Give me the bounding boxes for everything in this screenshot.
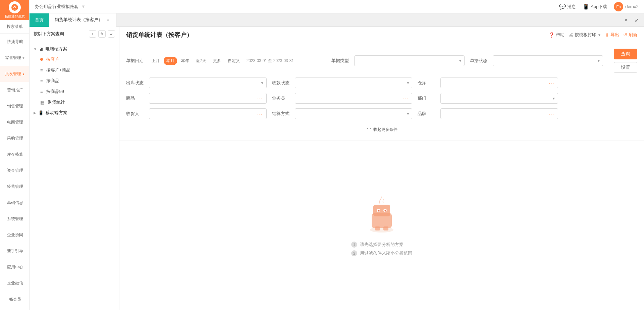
date-filter-label: 单据日期 bbox=[126, 58, 146, 64]
receiver-input[interactable]: ··· bbox=[149, 108, 267, 119]
scheme-tree: ▼ 🖥 电脑端方案 按客户 ≡ 按客户+商品 bbox=[30, 41, 119, 120]
sidebar-item-retail[interactable]: 零售管理 ▼ bbox=[0, 50, 30, 66]
scheme-add-button[interactable]: + bbox=[89, 30, 96, 38]
scheme-edit-button[interactable]: ✎ bbox=[98, 30, 106, 38]
mobile-icon: 📱 bbox=[38, 110, 44, 115]
tree-item-by-customer-label: 按客户 bbox=[46, 56, 59, 62]
sidebar-item-basic[interactable]: 基础信息 bbox=[0, 195, 30, 211]
tab-close-button[interactable]: × bbox=[105, 17, 111, 22]
avatar: Ea bbox=[614, 2, 623, 11]
sidebar-item-enterprise[interactable]: 企业协同 bbox=[0, 227, 30, 243]
svg-rect-9 bbox=[383, 226, 388, 230]
query-button[interactable]: 查询 bbox=[614, 49, 637, 59]
svg-point-0 bbox=[11, 4, 18, 11]
brand-filter: 品牌 ··· bbox=[418, 108, 558, 119]
enterprise-label: 企业协同 bbox=[7, 232, 23, 238]
inventory-label: 库存核算 bbox=[7, 152, 23, 157]
product-input[interactable]: ··· bbox=[149, 93, 267, 104]
settlement-select-wrapper: ▼ bbox=[295, 108, 413, 119]
tree-item-by-customer[interactable]: 按客户 bbox=[30, 54, 119, 65]
tree-group-desktop-label: 电脑端方案 bbox=[45, 46, 67, 52]
payment-status-select-wrapper: ▼ bbox=[295, 78, 413, 88]
top-header: 办公用品行业模拟账套 ▼ 💬 消息 📱 App下载 Ea demo2 bbox=[30, 0, 644, 13]
warehouse-input[interactable]: ··· bbox=[440, 78, 558, 88]
product99-icon: ≡ bbox=[40, 89, 43, 94]
tab-restore-button[interactable]: ⤢ bbox=[632, 15, 641, 25]
settlement-select[interactable] bbox=[295, 108, 413, 119]
empty-tip-2-text: 用过滤条件来缩小分析范围 bbox=[360, 250, 412, 256]
tree-item-by-product[interactable]: ≡ 按商品 bbox=[30, 75, 119, 86]
page-title: 销货单统计表（按客户） bbox=[126, 31, 193, 39]
search-menu[interactable]: 搜索菜单 bbox=[0, 20, 30, 34]
app-name: 畅捷通好生意 bbox=[5, 14, 25, 19]
settings-button[interactable]: 设置 bbox=[614, 62, 637, 73]
department-select[interactable] bbox=[440, 93, 558, 104]
tree-item-by-product99[interactable]: ≡ 按商品99 bbox=[30, 86, 119, 97]
tree-group-mobile-arrow: ▶ bbox=[34, 111, 36, 115]
payment-status-select[interactable] bbox=[295, 78, 413, 88]
sidebar-item-purchase[interactable]: 采购管理 bbox=[0, 130, 30, 146]
export-button[interactable]: ⬆ 导出 bbox=[605, 32, 619, 38]
customer-product-icon: ≡ bbox=[40, 68, 43, 73]
breadcrumb-arrow: ▼ bbox=[81, 4, 86, 9]
print-icon: 🖨 bbox=[569, 32, 573, 38]
quick-nav[interactable]: 快捷导航 bbox=[0, 34, 30, 50]
tab-sales-stat[interactable]: 销货单统计表（按客户） × bbox=[49, 13, 116, 27]
tree-item-by-customer-product[interactable]: ≡ 按客户+商品 bbox=[30, 65, 119, 75]
receiver-filter: 收货人 ··· bbox=[126, 108, 267, 119]
finance-label: 资金管理 bbox=[7, 168, 23, 173]
sidebar-item-ecommerce[interactable]: 电商管理 bbox=[0, 114, 30, 130]
scheme-collapse-button[interactable]: « bbox=[108, 30, 115, 38]
date-tab-last7[interactable]: 近7天 bbox=[193, 57, 209, 65]
sidebar-item-app-center[interactable]: 应用中心 bbox=[0, 259, 30, 275]
salesperson-input[interactable]: ··· bbox=[295, 93, 413, 104]
return-stat-icon: ▦ bbox=[40, 100, 44, 105]
sidebar-item-wechat[interactable]: 企业微信 bbox=[0, 275, 30, 291]
tab-close-window-button[interactable]: × bbox=[621, 15, 631, 25]
empty-state: 1 请先选择要分析的方案 2 用过滤条件来缩小分析范围 bbox=[119, 141, 644, 310]
date-tab-this-year[interactable]: 本年 bbox=[178, 57, 192, 65]
refresh-button[interactable]: ↺ 刷新 bbox=[623, 32, 637, 38]
newbie-label: 新手引导 bbox=[7, 248, 23, 254]
out-status-select[interactable] bbox=[149, 78, 267, 88]
sidebar-item-finance[interactable]: 资金管理 bbox=[0, 162, 30, 178]
print-button[interactable]: 🖨 按模板打印 ▼ bbox=[569, 32, 601, 38]
collapse-up-icon: ⌃⌃ bbox=[366, 127, 372, 132]
collapse-more-button[interactable]: ⌃⌃ 收起更多条件 bbox=[126, 124, 637, 135]
collapse-label: 收起更多条件 bbox=[373, 127, 397, 133]
doc-type-select[interactable] bbox=[354, 55, 465, 66]
purchase-label: 采购管理 bbox=[7, 136, 23, 141]
sidebar-item-marketing[interactable]: 营销推广 bbox=[0, 82, 30, 98]
tab-home-label: 首页 bbox=[35, 17, 44, 23]
help-button[interactable]: ❓ 帮助 bbox=[549, 32, 565, 38]
doc-status-select[interactable] bbox=[493, 55, 603, 66]
sidebar-item-wholesale[interactable]: 批发管理 ▲ bbox=[0, 66, 30, 82]
user-profile[interactable]: Ea demo2 bbox=[614, 2, 639, 11]
sidebar-item-sales[interactable]: 销售管理 bbox=[0, 98, 30, 114]
tree-item-return-stat-label: 退货统计 bbox=[48, 99, 65, 105]
date-tab-last-month[interactable]: 上月 bbox=[149, 57, 162, 65]
sidebar: 畅捷通好生意 搜索菜单 快捷导航 零售管理 ▼ 批发管理 ▲ 营销推广 销售管理… bbox=[0, 0, 30, 310]
date-tab-more[interactable]: 更多 bbox=[210, 57, 224, 65]
tree-group-desktop-header[interactable]: ▼ 🖥 电脑端方案 bbox=[30, 44, 119, 54]
quick-nav-label: 快捷导航 bbox=[7, 39, 23, 45]
brand-input[interactable]: ··· bbox=[440, 108, 558, 119]
sidebar-item-system[interactable]: 系统管理 bbox=[0, 211, 30, 227]
tab-home[interactable]: 首页 bbox=[30, 13, 49, 27]
tree-group-mobile-header[interactable]: ▶ 📱 移动端方案 bbox=[30, 108, 119, 118]
tree-item-return-stat[interactable]: ▦ 退货统计 bbox=[30, 97, 119, 108]
sidebar-item-member[interactable]: 畅会员 bbox=[0, 291, 30, 307]
message-button[interactable]: 💬 消息 bbox=[559, 3, 576, 10]
sidebar-item-inventory[interactable]: 库存核算 bbox=[0, 146, 30, 162]
message-icon: 💬 bbox=[559, 3, 566, 10]
sidebar-item-operation[interactable]: 经营管理 bbox=[0, 178, 30, 195]
date-tab-custom[interactable]: 自定义 bbox=[225, 57, 243, 65]
out-status-filter: 出库状态 ▼ bbox=[126, 78, 267, 88]
svg-point-6 bbox=[378, 210, 380, 212]
app-download-button[interactable]: 📱 App下载 bbox=[583, 3, 607, 10]
retail-arrow: ▼ bbox=[22, 56, 25, 60]
date-tab-this-month[interactable]: 本月 bbox=[164, 57, 177, 65]
sidebar-item-newbie[interactable]: 新手引导 bbox=[0, 243, 30, 259]
date-range-value: 2023-03-01 至 2023-03-31 bbox=[247, 58, 294, 64]
page-content: 按以下方案查询 + ✎ « ▼ 🖥 电脑端方案 bbox=[30, 27, 644, 310]
